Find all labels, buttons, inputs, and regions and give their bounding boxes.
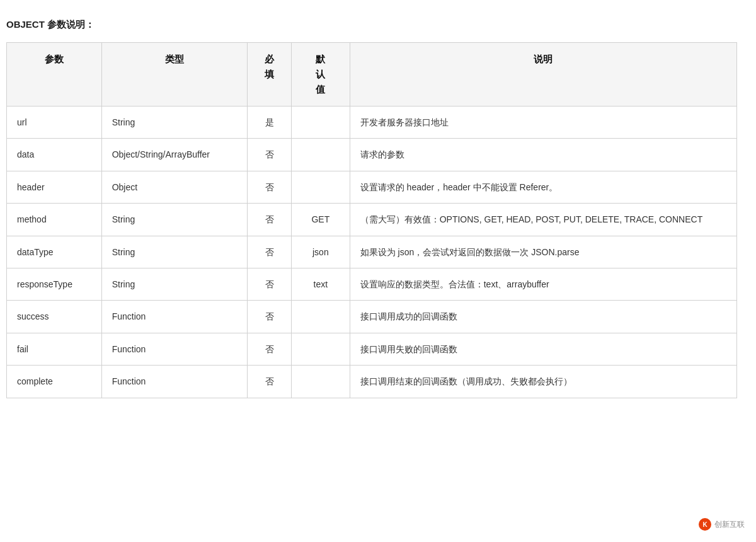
cell-default — [291, 333, 350, 365]
cell-param: url — [7, 107, 102, 139]
cell-param: data — [7, 139, 102, 171]
cell-required: 是 — [248, 107, 292, 139]
cell-default — [291, 107, 350, 139]
cell-type: String — [101, 204, 248, 236]
cell-param: responseType — [7, 268, 102, 300]
cell-description: 设置请求的 header，header 中不能设置 Referer。 — [350, 171, 736, 203]
page-title: OBJECT 参数说明： — [6, 19, 737, 31]
cell-required: 否 — [248, 333, 292, 365]
cell-param: success — [7, 301, 102, 333]
cell-param: fail — [7, 333, 102, 365]
cell-description: 开发者服务器接口地址 — [350, 107, 736, 139]
cell-description: 接口调用结束的回调函数（调用成功、失败都会执行） — [350, 366, 736, 398]
header-description: 说明 — [350, 43, 736, 107]
cell-default: GET — [291, 204, 350, 236]
cell-description: 如果设为 json，会尝试对返回的数据做一次 JSON.parse — [350, 236, 736, 268]
header-param: 参数 — [7, 43, 102, 107]
cell-param: method — [7, 204, 102, 236]
header-type: 类型 — [101, 43, 248, 107]
cell-required: 否 — [248, 301, 292, 333]
table-row: dataObject/String/ArrayBuffer否请求的参数 — [7, 139, 737, 171]
cell-type: String — [101, 236, 248, 268]
table-header-row: 参数 类型 必 填 默 认 值 说明 — [7, 43, 737, 107]
cell-type: Function — [101, 333, 248, 365]
cell-default — [291, 366, 350, 398]
cell-required: 否 — [248, 139, 292, 171]
cell-default: json — [291, 236, 350, 268]
cell-type: Object — [101, 171, 248, 203]
cell-param: header — [7, 171, 102, 203]
cell-default — [291, 139, 350, 171]
cell-type: Function — [101, 366, 248, 398]
cell-type: Object/String/ArrayBuffer — [101, 139, 248, 171]
cell-description: 接口调用成功的回调函数 — [350, 301, 736, 333]
table-row: failFunction否接口调用失败的回调函数 — [7, 333, 737, 365]
table-row: successFunction否接口调用成功的回调函数 — [7, 301, 737, 333]
cell-param: complete — [7, 366, 102, 398]
params-table: 参数 类型 必 填 默 认 值 说明 urlString是开发者服务器接口地址d… — [6, 42, 737, 398]
table-row: urlString是开发者服务器接口地址 — [7, 107, 737, 139]
cell-description: 设置响应的数据类型。合法值：text、arraybuffer — [350, 268, 736, 300]
cell-description: 接口调用失败的回调函数 — [350, 333, 736, 365]
cell-default: text — [291, 268, 350, 300]
cell-default — [291, 171, 350, 203]
cell-required: 否 — [248, 236, 292, 268]
header-required: 必 填 — [248, 43, 292, 107]
cell-required: 否 — [248, 268, 292, 300]
header-default: 默 认 值 — [291, 43, 350, 107]
cell-type: Function — [101, 301, 248, 333]
table-row: dataTypeString否json如果设为 json，会尝试对返回的数据做一… — [7, 236, 737, 268]
table-row: headerObject否设置请求的 header，header 中不能设置 R… — [7, 171, 737, 203]
cell-description: （需大写）有效值：OPTIONS, GET, HEAD, POST, PUT, … — [350, 204, 736, 236]
cell-required: 否 — [248, 171, 292, 203]
table-row: completeFunction否接口调用结束的回调函数（调用成功、失败都会执行… — [7, 366, 737, 398]
cell-param: dataType — [7, 236, 102, 268]
cell-type: String — [101, 107, 248, 139]
cell-required: 否 — [248, 366, 292, 398]
cell-required: 否 — [248, 204, 292, 236]
table-row: responseTypeString否text设置响应的数据类型。合法值：tex… — [7, 268, 737, 300]
table-row: methodString否GET（需大写）有效值：OPTIONS, GET, H… — [7, 204, 737, 236]
cell-description: 请求的参数 — [350, 139, 736, 171]
cell-default — [291, 301, 350, 333]
cell-type: String — [101, 268, 248, 300]
